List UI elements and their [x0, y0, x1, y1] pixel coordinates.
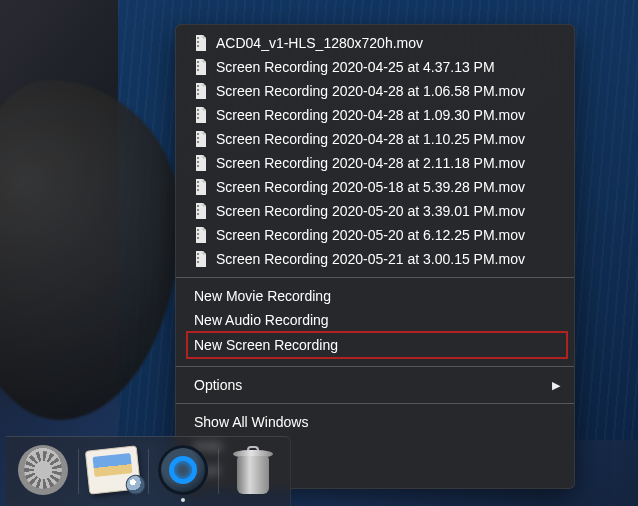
new-recording-section: New Movie Recording New Audio Recording … — [176, 282, 574, 362]
svg-rect-9 — [197, 109, 199, 111]
dock-item-quicktime-player[interactable] — [148, 443, 218, 504]
svg-rect-15 — [197, 157, 199, 159]
recent-file-item[interactable]: Screen Recording 2020-05-20 at 3.39.01 P… — [176, 199, 574, 223]
recent-file-label: ACD04_v1-HLS_1280x720h.mov — [216, 33, 560, 53]
movie-file-icon — [194, 203, 208, 219]
movie-file-icon — [194, 35, 208, 51]
svg-rect-8 — [197, 93, 199, 95]
svg-rect-26 — [197, 237, 199, 239]
svg-rect-25 — [197, 233, 199, 235]
recent-files-section: ACD04_v1-HLS_1280x720h.mov Screen Record… — [176, 29, 574, 273]
svg-rect-7 — [197, 89, 199, 91]
recent-file-label: Screen Recording 2020-05-21 at 3.00.15 P… — [216, 249, 560, 269]
svg-rect-29 — [197, 261, 199, 263]
menu-item-label: New Screen Recording — [194, 335, 560, 355]
svg-rect-21 — [197, 205, 199, 207]
menu-item-label: New Movie Recording — [194, 286, 560, 306]
trash-icon — [226, 443, 280, 497]
svg-rect-22 — [197, 209, 199, 211]
svg-rect-18 — [197, 181, 199, 183]
new-screen-recording-item[interactable]: New Screen Recording — [192, 333, 562, 357]
recent-file-label: Screen Recording 2020-04-25 at 4.37.13 P… — [216, 57, 560, 77]
recent-file-label: Screen Recording 2020-04-28 at 2.11.18 P… — [216, 153, 560, 173]
recent-file-label: Screen Recording 2020-05-20 at 3.39.01 P… — [216, 201, 560, 221]
recent-file-item[interactable]: Screen Recording 2020-04-28 at 1.10.25 P… — [176, 127, 574, 151]
svg-rect-19 — [197, 185, 199, 187]
svg-rect-14 — [197, 141, 199, 143]
recent-file-label: Screen Recording 2020-05-18 at 5.39.28 P… — [216, 177, 560, 197]
system-preferences-icon — [16, 443, 70, 497]
recent-file-item[interactable]: Screen Recording 2020-04-28 at 2.11.18 P… — [176, 151, 574, 175]
svg-rect-27 — [197, 253, 199, 255]
svg-rect-12 — [197, 133, 199, 135]
svg-rect-20 — [197, 189, 199, 191]
svg-rect-23 — [197, 213, 199, 215]
recent-file-label: Screen Recording 2020-04-28 at 1.09.30 P… — [216, 105, 560, 125]
running-indicator-dot — [181, 498, 185, 502]
svg-rect-3 — [197, 61, 199, 63]
svg-rect-28 — [197, 257, 199, 259]
svg-rect-13 — [197, 137, 199, 139]
svg-rect-17 — [197, 165, 199, 167]
menu-separator — [176, 366, 574, 367]
menu-separator — [176, 403, 574, 404]
svg-rect-1 — [197, 41, 199, 43]
recent-file-item[interactable]: Screen Recording 2020-05-21 at 3.00.15 P… — [176, 247, 574, 271]
recent-file-label: Screen Recording 2020-05-20 at 6.12.25 P… — [216, 225, 560, 245]
menu-item-label: New Audio Recording — [194, 310, 560, 330]
svg-rect-11 — [197, 117, 199, 119]
new-movie-recording-item[interactable]: New Movie Recording — [176, 284, 574, 308]
show-all-windows-item[interactable]: Show All Windows — [176, 410, 574, 434]
menu-item-label: Options — [194, 375, 544, 395]
new-audio-recording-item[interactable]: New Audio Recording — [176, 308, 574, 332]
options-section: Options ▶ — [176, 371, 574, 399]
recent-file-label: Screen Recording 2020-04-28 at 1.06.58 P… — [216, 81, 560, 101]
svg-rect-10 — [197, 113, 199, 115]
svg-rect-4 — [197, 65, 199, 67]
dock — [0, 436, 297, 506]
options-submenu-item[interactable]: Options ▶ — [176, 373, 574, 397]
movie-file-icon — [194, 227, 208, 243]
dock-context-menu: ACD04_v1-HLS_1280x720h.mov Screen Record… — [175, 24, 575, 489]
svg-rect-6 — [197, 85, 199, 87]
quicktime-player-icon — [156, 443, 210, 497]
recent-file-label: Screen Recording 2020-04-28 at 1.10.25 P… — [216, 129, 560, 149]
menu-separator — [176, 277, 574, 278]
recent-file-item[interactable]: Screen Recording 2020-05-20 at 6.12.25 P… — [176, 223, 574, 247]
dock-item-system-preferences[interactable] — [8, 443, 78, 504]
recent-file-item[interactable]: Screen Recording 2020-04-28 at 1.09.30 P… — [176, 103, 574, 127]
preview-app-icon — [86, 443, 140, 497]
submenu-chevron-icon: ▶ — [552, 375, 560, 395]
movie-file-icon — [194, 179, 208, 195]
svg-rect-0 — [197, 37, 199, 39]
movie-file-icon — [194, 107, 208, 123]
movie-file-icon — [194, 155, 208, 171]
dock-item-preview[interactable] — [78, 443, 148, 504]
recent-file-item[interactable]: Screen Recording 2020-04-25 at 4.37.13 P… — [176, 55, 574, 79]
movie-file-icon — [194, 59, 208, 75]
dock-item-trash[interactable] — [218, 443, 288, 504]
movie-file-icon — [194, 131, 208, 147]
svg-rect-5 — [197, 69, 199, 71]
recent-file-item[interactable]: ACD04_v1-HLS_1280x720h.mov — [176, 31, 574, 55]
annotation-highlight-box: New Screen Recording — [186, 331, 568, 359]
movie-file-icon — [194, 83, 208, 99]
menu-item-label: Show All Windows — [194, 412, 560, 432]
recent-file-item[interactable]: Screen Recording 2020-05-18 at 5.39.28 P… — [176, 175, 574, 199]
recent-file-item[interactable]: Screen Recording 2020-04-28 at 1.06.58 P… — [176, 79, 574, 103]
svg-rect-16 — [197, 161, 199, 163]
svg-rect-24 — [197, 229, 199, 231]
svg-rect-2 — [197, 45, 199, 47]
movie-file-icon — [194, 251, 208, 267]
